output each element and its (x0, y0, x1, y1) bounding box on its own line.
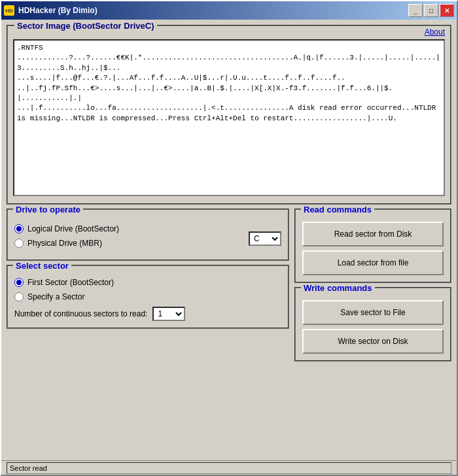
physical-drive-label: Physical Drive (MBR) (27, 239, 102, 248)
logical-drive-radio[interactable] (14, 224, 24, 233)
right-panels: Read commands Read sector from Disk Load… (294, 209, 451, 455)
specify-sector-label: Specify a Sector (27, 292, 84, 301)
continuous-sectors-row: Number of continuous sectors to read: 1 … (14, 307, 281, 321)
status-bar: Sector read (1, 460, 457, 475)
read-commands-title: Read commands (301, 205, 374, 214)
bottom-panels: Drive to operate Logical Drive (BootSect… (7, 209, 451, 455)
write-disk-button[interactable]: Write sector on Disk (302, 329, 444, 354)
save-file-button[interactable]: Save sector to File (302, 300, 444, 325)
window-title: HDHacker (By Dimio) (18, 6, 408, 15)
drive-row: Logical Drive (BootSector) Physical Driv… (14, 224, 281, 253)
sector-radio-group: First Sector (BootSector) Specify a Sect… (14, 278, 281, 301)
physical-drive-option[interactable]: Physical Drive (MBR) (14, 239, 243, 248)
left-panels: Drive to operate Logical Drive (BootSect… (7, 209, 289, 455)
sector-content-textarea[interactable] (13, 39, 445, 196)
select-sector-title: Select sector (13, 261, 71, 271)
drive-radio-group: Logical Drive (BootSector) Physical Driv… (14, 224, 243, 248)
continuous-sectors-select[interactable]: 1 2 3 4 5 (152, 307, 185, 321)
write-commands-title: Write commands (301, 283, 375, 293)
minimize-button[interactable]: _ (408, 4, 423, 17)
write-commands-group: Write commands Save sector to File Write… (294, 287, 451, 362)
drive-to-operate-title: Drive to operate (13, 205, 83, 214)
drive-letter-select[interactable]: C A B D E (249, 231, 281, 246)
physical-drive-radio[interactable] (14, 239, 24, 248)
main-content: Sector Image (BootSector DriveC) About D… (1, 20, 457, 460)
maximize-button[interactable]: □ (424, 4, 438, 17)
main-window: HD HDHacker (By Dimio) _ □ ✕ Sector Imag… (0, 0, 458, 476)
close-button[interactable]: ✕ (440, 4, 454, 17)
drive-to-operate-group: Drive to operate Logical Drive (BootSect… (7, 209, 289, 261)
status-text: Sector read (10, 464, 47, 472)
read-commands-group: Read commands Read sector from Disk Load… (294, 209, 451, 283)
window-controls: _ □ ✕ (408, 4, 454, 17)
load-file-button[interactable]: Load sector from file (302, 250, 444, 275)
logical-drive-label: Logical Drive (BootSector) (27, 224, 119, 233)
select-sector-group: Select sector First Sector (BootSector) … (7, 265, 289, 329)
status-panel: Sector read (7, 462, 451, 474)
first-sector-option[interactable]: First Sector (BootSector) (14, 278, 281, 287)
app-icon: HD (4, 5, 14, 16)
about-link[interactable]: About (425, 27, 445, 37)
specify-sector-option[interactable]: Specify a Sector (14, 292, 281, 301)
read-disk-button[interactable]: Read sector from Disk (302, 222, 444, 246)
continuous-sectors-label: Number of continuous sectors to read: (14, 309, 147, 318)
sector-image-title: Sector Image (BootSector DriveC) (14, 21, 157, 31)
sector-image-group: Sector Image (BootSector DriveC) About (7, 25, 451, 205)
specify-sector-radio[interactable] (14, 292, 24, 301)
first-sector-radio[interactable] (14, 278, 24, 287)
title-bar: HD HDHacker (By Dimio) _ □ ✕ (1, 1, 457, 20)
first-sector-label: First Sector (BootSector) (27, 278, 114, 287)
logical-drive-option[interactable]: Logical Drive (BootSector) (14, 224, 243, 233)
